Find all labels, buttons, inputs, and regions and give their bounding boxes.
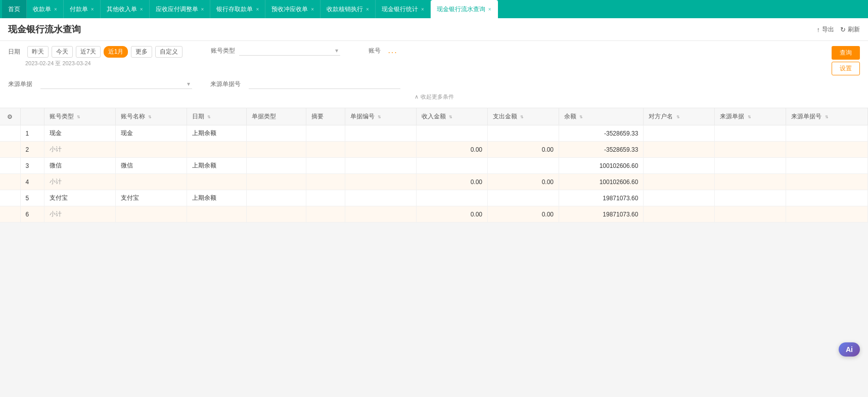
cell-doc-num xyxy=(345,206,417,223)
date-btn-more[interactable]: 更多 xyxy=(131,46,152,58)
table-row[interactable]: 3微信微信上期余额100102606.60 xyxy=(0,158,868,174)
account-num-dots[interactable]: ... xyxy=(388,46,397,55)
cell-date: 上期余额 xyxy=(187,158,246,174)
nav-payment-label: 付款单 xyxy=(70,5,88,14)
export-button[interactable]: ↑ 导出 xyxy=(817,25,835,34)
filter-row-1: 日期 昨天 今天 近7天 近1月 更多 自定义 2023-02-24 至 202… xyxy=(8,46,860,75)
query-button[interactable]: 查询 xyxy=(832,46,860,60)
cell-date xyxy=(187,142,246,158)
col-account-name[interactable]: 账号名称 ⇅ xyxy=(115,108,187,125)
cell-doc-type xyxy=(246,158,306,174)
cell-date: 上期余额 xyxy=(187,125,246,142)
cell-source-doc-num xyxy=(786,206,868,223)
date-range-display: 2023-02-24 至 2023-03-24 xyxy=(25,60,91,66)
cell-expense xyxy=(488,158,559,174)
close-payment-icon[interactable]: × xyxy=(91,7,94,12)
nav-item-payment[interactable]: 付款单 × xyxy=(64,0,101,18)
cell-balance: 100102606.60 xyxy=(559,174,644,190)
cell-account-name: 现金 xyxy=(115,125,187,142)
table-row[interactable]: 4小计0.000.00100102606.60 xyxy=(0,174,868,190)
col-source-doc-label: 来源单据 xyxy=(720,113,744,120)
source-doc-select[interactable]: ▾ xyxy=(40,79,192,89)
date-btn-today[interactable]: 今天 xyxy=(52,46,73,58)
cell-counterparty xyxy=(644,125,715,142)
sort-doc-num-icon: ⇅ xyxy=(378,115,381,119)
nav-item-bank-deposit[interactable]: 银行存取款单 × xyxy=(210,0,265,18)
cell-summary xyxy=(306,206,345,223)
cell-expense: 0.00 xyxy=(488,206,559,223)
close-cash-bank-stat-icon[interactable]: × xyxy=(421,7,424,12)
table-row[interactable]: 6小计0.000.0019871073.60 xyxy=(0,206,868,223)
col-source-doc[interactable]: 来源单据 ⇅ xyxy=(715,108,786,125)
close-ar-ap-icon[interactable]: × xyxy=(201,7,204,12)
cell-index: 1 xyxy=(20,125,44,142)
sort-income-icon: ⇅ xyxy=(449,115,452,119)
cell-doc-type xyxy=(246,125,306,142)
cell-source-doc-num xyxy=(786,142,868,158)
cell-settings xyxy=(0,158,20,174)
nav-item-prepaid-offset[interactable]: 预收冲应收单 × xyxy=(265,0,321,18)
cell-source-doc xyxy=(715,190,786,206)
cell-account-type: 现金 xyxy=(44,125,115,142)
cell-balance: -3528659.33 xyxy=(559,125,644,142)
nav-bank-deposit-label: 银行存取款单 xyxy=(216,5,253,14)
col-source-doc-num[interactable]: 来源单据号 ⇅ xyxy=(786,108,868,125)
cell-doc-num xyxy=(345,142,417,158)
cell-date xyxy=(187,206,246,223)
nav-prepaid-offset-label: 预收冲应收单 xyxy=(271,5,308,14)
nav-receipt-verify-label: 收款核销执行 xyxy=(327,5,363,14)
table-row[interactable]: 5支付宝支付宝上期余额19871073.60 xyxy=(0,190,868,206)
settings-gear-icon: ⚙ xyxy=(7,113,13,120)
col-counterparty[interactable]: 对方户名 ⇅ xyxy=(644,108,715,125)
col-doc-type-label: 单据类型 xyxy=(252,113,276,120)
table-row[interactable]: 2小计0.000.00-3528659.33 xyxy=(0,142,868,158)
col-income[interactable]: 收入金额 ⇅ xyxy=(417,108,488,125)
collapse-bar[interactable]: ∧ 收起更多条件 xyxy=(8,91,860,103)
date-btn-7days[interactable]: 近7天 xyxy=(76,46,101,58)
settings-button[interactable]: 设置 xyxy=(832,62,860,75)
cell-doc-num xyxy=(345,125,417,142)
table-row[interactable]: 1现金现金上期余额-3528659.33 xyxy=(0,125,868,142)
sort-account-type-icon: ⇅ xyxy=(77,115,80,119)
nav-item-receipt[interactable]: 收款单 × xyxy=(27,0,64,18)
cell-doc-type xyxy=(246,142,306,158)
col-doc-num-label: 单据编号 xyxy=(350,113,375,120)
cell-summary xyxy=(306,142,345,158)
sort-account-name-icon: ⇅ xyxy=(148,115,152,119)
nav-item-other-income[interactable]: 其他收入单 × xyxy=(101,0,150,18)
nav-receipt-label: 收款单 xyxy=(33,5,51,14)
cell-account-type: 支付宝 xyxy=(44,190,115,206)
col-settings[interactable]: ⚙ xyxy=(0,108,20,125)
close-receipt-icon[interactable]: × xyxy=(54,7,57,12)
nav-item-receipt-verify[interactable]: 收款核销执行 × xyxy=(321,0,376,18)
cell-index: 6 xyxy=(20,206,44,223)
nav-other-income-label: 其他收入单 xyxy=(107,5,137,14)
source-doc-num-input[interactable] xyxy=(249,79,400,89)
nav-item-cash-bank-stat[interactable]: 现金银行统计 × xyxy=(376,0,431,18)
nav-item-home[interactable]: 首页 xyxy=(2,0,27,18)
close-prepaid-offset-icon[interactable]: × xyxy=(311,7,314,12)
cell-summary xyxy=(306,174,345,190)
close-bank-deposit-icon[interactable]: × xyxy=(256,7,259,12)
col-expense[interactable]: 支出金额 ⇅ xyxy=(488,108,559,125)
cell-account-type: 小计 xyxy=(44,174,115,190)
col-account-type[interactable]: 账号类型 ⇅ xyxy=(44,108,115,125)
cell-doc-num xyxy=(345,190,417,206)
close-cash-bank-flow-icon[interactable]: × xyxy=(488,7,491,12)
col-balance[interactable]: 余额 ⇅ xyxy=(559,108,644,125)
nav-item-cash-bank-flow[interactable]: 现金银行流水查询 × xyxy=(431,0,498,18)
date-btn-yesterday[interactable]: 昨天 xyxy=(27,46,49,58)
date-btn-1month[interactable]: 近1月 xyxy=(104,46,128,58)
col-date[interactable]: 日期 ⇅ xyxy=(187,108,246,125)
cell-settings xyxy=(0,174,20,190)
col-income-label: 收入金额 xyxy=(422,113,446,120)
account-type-select[interactable]: ▾ xyxy=(239,46,340,56)
close-receipt-verify-icon[interactable]: × xyxy=(366,7,369,12)
cell-source-doc-num xyxy=(786,158,868,174)
close-other-income-icon[interactable]: × xyxy=(140,7,143,12)
col-doc-num[interactable]: 单据编号 ⇅ xyxy=(345,108,417,125)
col-doc-type: 单据类型 xyxy=(246,108,306,125)
nav-item-ar-ap-adjust[interactable]: 应收应付调整单 × xyxy=(150,0,211,18)
refresh-button[interactable]: ↻ 刷新 xyxy=(840,25,860,34)
date-btn-custom[interactable]: 自定义 xyxy=(155,46,182,58)
